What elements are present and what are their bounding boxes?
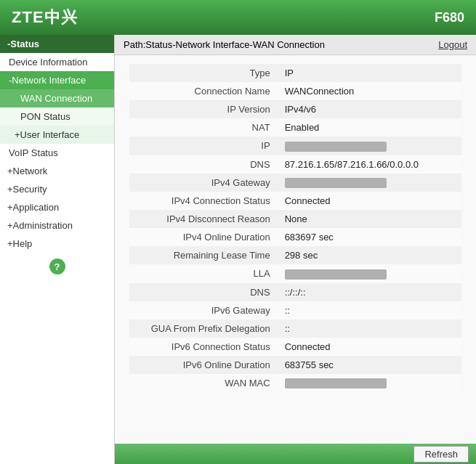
row-label: IPv4 Connection Status xyxy=(129,192,279,210)
row-value: ::/::/:: xyxy=(279,283,461,301)
table-row: IP xyxy=(129,137,461,155)
sidebar-item-user-interface[interactable]: +User Interface xyxy=(0,126,114,144)
masked-value xyxy=(285,142,387,152)
row-label: Remaining Lease Time xyxy=(129,246,279,264)
row-value: 87.216.1.65/87.216.1.66/0.0.0.0 xyxy=(279,155,461,174)
table-row: LLA xyxy=(129,264,461,283)
row-value: Connected xyxy=(279,338,461,356)
table-row: IP VersionIPv4/v6 xyxy=(129,100,461,118)
row-label: GUA From Prefix Delegation xyxy=(129,319,279,338)
row-value: WANConnection xyxy=(279,82,461,100)
masked-value xyxy=(285,378,387,388)
table-row: IPv6 Online Duration683755 sec xyxy=(129,356,461,374)
row-value xyxy=(279,374,461,393)
row-label: LLA xyxy=(129,264,279,283)
path-bar: Path:Status-Network Interface-WAN Connec… xyxy=(115,35,476,55)
row-value: :: xyxy=(279,319,461,338)
row-value: 683697 sec xyxy=(279,228,461,246)
info-table: TypeIPConnection NameWANConnectionIP Ver… xyxy=(129,64,461,392)
info-tbody: TypeIPConnection NameWANConnectionIP Ver… xyxy=(129,64,461,392)
row-label: IPv6 Gateway xyxy=(129,301,279,319)
row-label: IP Version xyxy=(129,100,279,118)
sidebar-item-pon-status[interactable]: PON Status xyxy=(0,107,114,126)
table-row: DNS::/::/:: xyxy=(129,283,461,301)
row-value: None xyxy=(279,210,461,228)
main-layout: -Status Device Information -Network Inte… xyxy=(0,35,476,464)
help-icon[interactable]: ? xyxy=(49,259,65,274)
row-label: Type xyxy=(129,64,279,82)
table-row: WAN MAC xyxy=(129,374,461,393)
row-label: NAT xyxy=(129,118,279,137)
masked-value xyxy=(285,178,387,188)
row-value: IPv4/v6 xyxy=(279,100,461,118)
table-row: Connection NameWANConnection xyxy=(129,82,461,100)
sidebar-item-help[interactable]: +Help xyxy=(0,235,114,253)
sidebar-item-security[interactable]: +Security xyxy=(0,180,114,198)
row-label: IPv4 Online Duration xyxy=(129,228,279,246)
table-row: TypeIP xyxy=(129,64,461,82)
table-row: NATEnabled xyxy=(129,118,461,137)
table-row: IPv4 Gateway xyxy=(129,174,461,192)
row-value: 298 sec xyxy=(279,246,461,264)
row-value: IP xyxy=(279,64,461,82)
bottom-bar: Refresh xyxy=(115,444,476,464)
row-label: IP xyxy=(129,137,279,155)
table-row: IPv4 Disconnect ReasonNone xyxy=(129,210,461,228)
table-row: DNS87.216.1.65/87.216.1.66/0.0.0.0 xyxy=(129,155,461,174)
model: F680 xyxy=(435,10,464,25)
sidebar-item-device-information[interactable]: Device Information xyxy=(0,53,114,71)
row-label: IPv4 Disconnect Reason xyxy=(129,210,279,228)
row-value xyxy=(279,264,461,283)
sidebar-item-voip-status[interactable]: VoIP Status xyxy=(0,144,114,162)
masked-value xyxy=(285,269,387,280)
table-row: GUA From Prefix Delegation:: xyxy=(129,319,461,338)
path-text: Path:Status-Network Interface-WAN Connec… xyxy=(124,39,325,50)
logo: ZTE中兴 xyxy=(12,7,78,28)
content: Path:Status-Network Interface-WAN Connec… xyxy=(115,35,476,464)
sidebar-item-application[interactable]: +Application xyxy=(0,198,114,216)
sidebar-item-administration[interactable]: +Administration xyxy=(0,216,114,235)
row-value xyxy=(279,174,461,192)
refresh-button[interactable]: Refresh xyxy=(414,446,469,463)
row-label: IPv6 Online Duration xyxy=(129,356,279,374)
sidebar: -Status Device Information -Network Inte… xyxy=(0,35,115,464)
header: ZTE中兴 F680 xyxy=(0,0,476,35)
row-value: 683755 sec xyxy=(279,356,461,374)
sidebar-item-status[interactable]: -Status xyxy=(0,35,114,53)
logout-link[interactable]: Logout xyxy=(438,39,467,50)
table-row: IPv4 Online Duration683697 sec xyxy=(129,228,461,246)
row-label: WAN MAC xyxy=(129,374,279,393)
row-label: DNS xyxy=(129,155,279,174)
sidebar-item-network[interactable]: +Network xyxy=(0,162,114,180)
row-label: IPv6 Connection Status xyxy=(129,338,279,356)
table-row: IPv6 Connection StatusConnected xyxy=(129,338,461,356)
table-row: Remaining Lease Time298 sec xyxy=(129,246,461,264)
sidebar-item-wan-connection[interactable]: WAN Connection xyxy=(0,89,114,107)
row-label: DNS xyxy=(129,283,279,301)
row-label: Connection Name xyxy=(129,82,279,100)
row-value: Connected xyxy=(279,192,461,210)
row-value xyxy=(279,137,461,155)
info-area: TypeIPConnection NameWANConnectionIP Ver… xyxy=(115,55,476,444)
row-value: Enabled xyxy=(279,118,461,137)
row-label: IPv4 Gateway xyxy=(129,174,279,192)
row-value: :: xyxy=(279,301,461,319)
table-row: IPv4 Connection StatusConnected xyxy=(129,192,461,210)
sidebar-item-network-interface[interactable]: -Network Interface xyxy=(0,71,114,89)
table-row: IPv6 Gateway:: xyxy=(129,301,461,319)
